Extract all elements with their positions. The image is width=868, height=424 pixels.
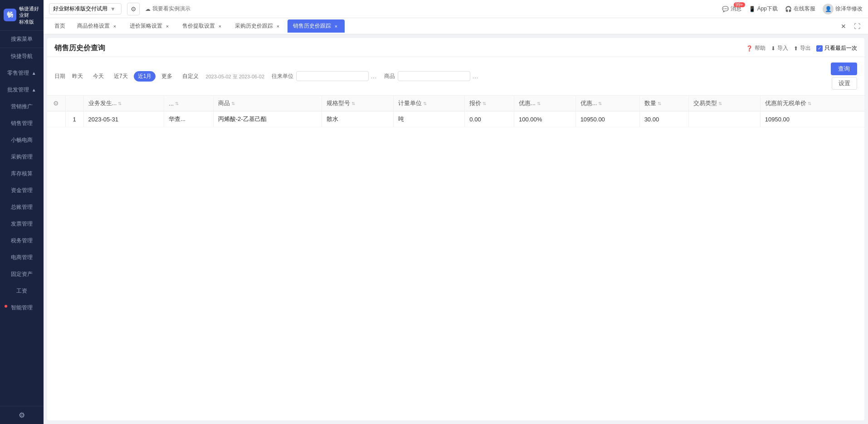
app-download-btn[interactable]: 📱 App下载 [749,5,778,13]
date-buttons: 昨天 今天 近7天 近1月 更多 自定义 [68,71,203,82]
only-last-checkbox[interactable]: ✓ 只看最后一次 [816,44,857,52]
main-area: 好业财标准版交付试用 ▼ ⚙ ☁ 我要看实例演示 💬 消息 99+ 📱 App下… [44,0,868,424]
tab-close-btn[interactable]: ✕ [838,21,849,32]
export-label: 导出 [800,44,811,52]
th-discount-pct[interactable]: 优惠... ⇅ [514,96,576,111]
date-btn-yesterday[interactable]: 昨天 [68,71,87,82]
column-gear-icon[interactable]: ⚙ [53,100,59,107]
sidebar-item-assets[interactable]: 固定资产 [0,266,44,283]
topbar: 好业财标准版交付试用 ▼ ⚙ ☁ 我要看实例演示 💬 消息 99+ 📱 App下… [44,0,868,18]
workspace-selector[interactable]: 好业财标准版交付试用 ▼ [49,3,122,14]
date-btn-more[interactable]: 更多 [157,71,176,82]
th-index [65,96,83,111]
th-trans-type[interactable]: 交易类型 ⇅ [689,96,760,111]
page-content: 销售历史价查询 ❓ 帮助 ⬇ 导入 ⬆ 导出 ✓ 只看最后一次 [47,38,864,420]
demo-label: 我要看实例演示 [152,5,190,13]
tab-home[interactable]: 首页 [49,19,71,33]
app-download-icon: 📱 [749,6,756,12]
row-gear [47,111,65,127]
sidebar-search[interactable]: 搜索菜单 [0,31,44,48]
sidebar-item-sales[interactable]: 销售管理 [0,115,44,132]
th-spec[interactable]: 规格型号 ⇅ [322,96,393,111]
topbar-gear-btn[interactable]: ⚙ [127,3,140,15]
row-extra: 华查... [164,111,213,127]
sidebar-item-marketing[interactable]: 营销推广 [0,98,44,115]
row-date: 2023-05-31 [83,111,164,127]
sidebar-item-ecommerce[interactable]: 电商管理 [0,249,44,266]
service-btn[interactable]: 🎧 在线客服 [785,5,815,13]
row-index: 1 [65,111,83,127]
demo-icon: ☁ [145,6,151,12]
demo-btn[interactable]: ☁ 我要看实例演示 [145,5,190,13]
sidebar-item-ledger[interactable]: 总账管理 [0,199,44,216]
tab-price-extract-label: 售价提取设置 [182,22,215,30]
setting-button[interactable]: 设置 [832,77,857,90]
th-unit[interactable]: 计量单位 ⇅ [393,96,464,111]
client-input-group: … [296,71,377,81]
sidebar-settings-btn[interactable]: ⚙ [0,406,44,424]
th-price[interactable]: 报价 ⇅ [465,96,514,111]
th-qty[interactable]: 数量 ⇅ [639,96,689,111]
product-dots-btn[interactable]: … [472,72,478,80]
import-label: 导入 [777,44,788,52]
sidebar-item-quicknav[interactable]: 快捷导航 [0,48,44,65]
sidebar-item-tax[interactable]: 税务管理 [0,232,44,249]
tab-purchase-history-close[interactable]: × [275,23,281,29]
sort-spec-icon: ⇅ [351,101,355,106]
user-menu[interactable]: 👤 徐泽华修改 [823,4,863,14]
tab-purchase-history-label: 采购历史价跟踪 [235,22,273,30]
table-wrapper: ⚙ 业务发生... ⇅ ... ⇅ [47,96,864,420]
th-product[interactable]: 商品 ⇅ [213,96,322,111]
sidebar-item-invoice[interactable]: 发票管理 [0,216,44,232]
date-btn-last7[interactable]: 近7天 [110,71,132,82]
sidebar-item-purchase[interactable]: 采购管理 [0,149,44,165]
tab-purchase-strategy[interactable]: 进价策略设置 × [124,19,176,33]
sidebar-item-inventory[interactable]: 库存核算 [0,165,44,182]
row-pretax-price: 10950.00 [760,111,864,127]
date-btn-custom[interactable]: 自定义 [178,71,203,82]
message-btn[interactable]: 💬 消息 99+ [722,5,741,13]
th-discount-amt[interactable]: 优惠... ⇅ [575,96,639,111]
tab-purchase-strategy-close[interactable]: × [164,23,171,29]
th-price-label: 报价 [469,99,481,107]
tab-sales-history[interactable]: 销售历史价跟踪 × [288,19,345,33]
tab-sales-history-close[interactable]: × [333,23,339,29]
th-gear[interactable]: ⚙ [47,96,65,111]
tabs-right: ✕ ⛶ [838,21,863,32]
workspace-name: 好业财标准版交付试用 [53,5,107,13]
table-row: 1 2023-05-31 华查... 丙烯酸-2-乙基己酯 散水 吨 0.00 … [47,111,864,127]
date-btn-last1m[interactable]: 近1月 [134,71,156,82]
sidebar-item-smart[interactable]: 智能管理 [0,299,44,316]
query-button[interactable]: 查询 [831,63,857,75]
th-pretax-price[interactable]: 优惠前无税单价 ⇅ [760,96,864,111]
tab-price-extract[interactable]: 售价提取设置 × [177,19,229,33]
logo-icon: 畅 [4,9,16,21]
sidebar-item-payroll[interactable]: 工资 [0,283,44,299]
date-btn-today[interactable]: 今天 [89,71,108,82]
tab-price-extract-close[interactable]: × [217,23,223,29]
export-btn[interactable]: ⬆ 导出 [794,44,811,52]
th-extra[interactable]: ... ⇅ [164,96,213,111]
row-discount-amt: 10950.00 [575,111,639,127]
tab-price[interactable]: 商品价格设置 × [72,19,123,33]
tab-price-close[interactable]: × [112,23,118,29]
row-product: 丙烯酸-2-乙基己酯 [213,111,322,127]
wholesale-arrow: ▲ [32,87,36,92]
sidebar-item-retail[interactable]: 零售管理 ▲ [0,65,44,82]
help-btn[interactable]: ❓ 帮助 [746,44,766,52]
client-dots-btn[interactable]: … [371,72,377,80]
tab-expand-btn[interactable]: ⛶ [852,21,863,32]
tab-sales-history-label: 销售历史价跟踪 [293,22,331,30]
th-date[interactable]: 业务发生... ⇅ [83,96,164,111]
sidebar-item-wholesale[interactable]: 批发管理 ▲ [0,82,44,98]
app-download-label: App下载 [757,5,778,13]
product-input[interactable] [398,71,470,81]
client-input[interactable] [296,71,369,81]
retail-arrow: ▲ [32,71,36,76]
tab-purchase-history[interactable]: 采购历史价跟踪 × [229,19,287,33]
sidebar-item-ecommerce-small[interactable]: 小畅电商 [0,132,44,149]
th-discount-pct-label: 优惠... [519,99,536,107]
import-btn[interactable]: ⬇ 导入 [771,44,788,52]
user-avatar: 👤 [823,4,834,14]
sidebar-item-finance[interactable]: 资金管理 [0,182,44,199]
